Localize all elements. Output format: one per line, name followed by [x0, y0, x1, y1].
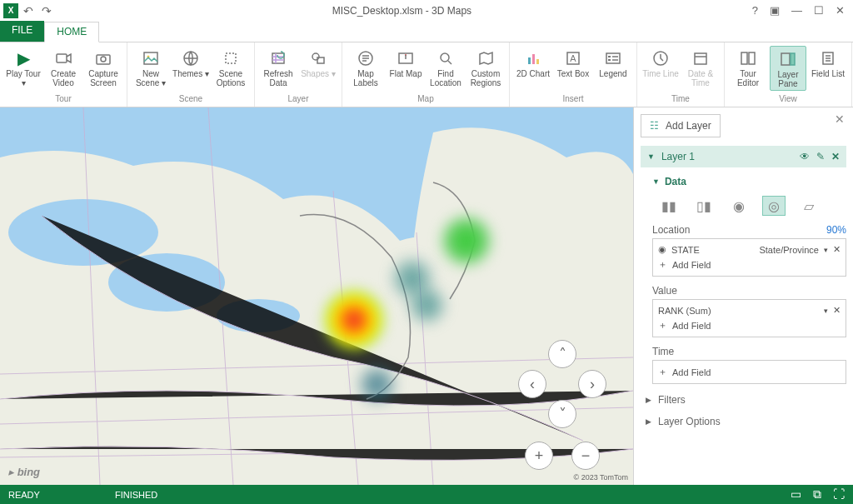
textbox-icon: A [564, 49, 582, 67]
svg-rect-19 [606, 53, 620, 63]
heatmap-spot [408, 287, 446, 324]
map-viewport[interactable]: ˄ ‹ › ˅ + − ▸ bing © 2023 TomTom [0, 107, 633, 485]
ribbon: ▶Play Tour ▾ Create Video Capture Screen… [0, 42, 853, 107]
maximize-button[interactable]: ☐ [814, 4, 824, 17]
add-layer-button[interactable]: ☷ Add Layer [641, 114, 721, 137]
map-copyright: © 2023 TomTom [574, 473, 629, 482]
flat-map-button[interactable]: Flat Map [387, 46, 424, 80]
close-button[interactable]: ✕ [836, 4, 845, 17]
zoom-out-button[interactable]: − [571, 442, 600, 470]
heatmap-spot [358, 366, 396, 403]
undo-button[interactable]: ↶ [23, 4, 33, 17]
redo-button[interactable]: ↷ [42, 4, 52, 17]
date-time-button: Date & Time [682, 46, 719, 89]
layers-icon: ☷ [650, 120, 659, 132]
value-field-row[interactable]: RANK (Sum) ▾ ✕ [658, 303, 841, 317]
view-fullscreen-icon[interactable]: ⛶ [833, 487, 845, 502]
2d-chart-button[interactable]: 2D Chart [515, 46, 551, 80]
legend-button[interactable]: Legend [595, 46, 631, 80]
capture-screen-button[interactable]: Capture Screen [85, 46, 122, 89]
viz-stacked-column[interactable]: ▮▮ [657, 196, 681, 216]
view-normal-icon[interactable]: ▭ [791, 487, 801, 502]
svg-rect-20 [608, 56, 611, 57]
viz-heatmap[interactable]: ◎ [762, 196, 786, 216]
svg-text:A: A [570, 53, 576, 63]
rename-icon[interactable]: ✎ [816, 151, 825, 162]
layer-header[interactable]: ▼ Layer 1 👁 ✎ ✕ [641, 146, 846, 167]
layer-name: Layer 1 [661, 151, 695, 162]
add-time-field[interactable]: ＋Add Field [658, 364, 841, 380]
filters-section[interactable]: ▶Filters [641, 394, 846, 406]
minimize-button[interactable]: — [791, 4, 802, 17]
pane-close-button[interactable]: ✕ [835, 112, 845, 126]
svg-rect-15 [532, 54, 535, 64]
title-bar: X ↶ ↷ MISC_Desktop.xlsm - 3D Maps ? ▣ — … [0, 0, 853, 21]
scene-options-button[interactable]: Scene Options [212, 46, 249, 89]
rotate-right-button[interactable]: › [578, 370, 606, 398]
video-icon [54, 49, 72, 67]
play-tour-button[interactable]: ▶Play Tour ▾ [5, 46, 42, 89]
themes-button[interactable]: Themes ▾ [172, 46, 209, 80]
collapse-icon: ▼ [647, 152, 655, 161]
add-value-field[interactable]: ＋Add Field [658, 317, 841, 333]
add-location-field[interactable]: ＋Add Field [658, 257, 841, 272]
data-section-header[interactable]: ▼Data [652, 176, 846, 187]
help-button[interactable]: ? [752, 4, 758, 17]
custom-regions-button[interactable]: Custom Regions [467, 46, 504, 89]
group-map: Map Labels Flat Map Find Location Custom… [342, 42, 510, 107]
radio-icon: ◉ [658, 244, 666, 255]
zoom-in-button[interactable]: + [525, 442, 553, 470]
group-layer: Refresh Data Shapes ▾ Layer [255, 42, 342, 107]
viz-bubble[interactable]: ◉ [727, 196, 751, 216]
svg-point-13 [441, 53, 449, 62]
group-time: Time Line Date & Time Time [637, 42, 725, 107]
tilt-up-button[interactable]: ˄ [548, 340, 576, 368]
view-pagebreak-icon[interactable]: ⧉ [813, 487, 821, 502]
options-icon [222, 49, 240, 67]
text-box-button[interactable]: AText Box [555, 46, 591, 80]
group-view: Tour Editor Layer Pane Field List View [725, 42, 852, 107]
viz-region[interactable]: ▱ [797, 196, 821, 216]
remove-field-icon[interactable]: ✕ [833, 244, 841, 255]
viz-clustered-column[interactable]: ▯▮ [692, 196, 716, 216]
svg-rect-23 [695, 53, 706, 64]
layer-options-section[interactable]: ▶Layer Options [641, 416, 846, 427]
visibility-icon[interactable]: 👁 [800, 151, 810, 162]
layer-pane: ✕ ☷ Add Layer ▼ Layer 1 👁 ✎ ✕ ▼Data ▮▮ ▯… [633, 107, 853, 485]
tour-editor-button[interactable]: Tour Editor [730, 46, 766, 89]
restore-button[interactable]: ▣ [770, 4, 780, 17]
tab-home[interactable]: HOME [44, 22, 99, 42]
bing-attribution: ▸ bing [8, 466, 40, 478]
group-insert: 2D Chart AText Box Legend Insert [510, 42, 637, 107]
field-list-button[interactable]: Field List [810, 46, 846, 80]
time-line-button: Time Line [642, 46, 679, 80]
find-location-button[interactable]: Find Location [427, 46, 464, 89]
location-confidence[interactable]: 90% [826, 224, 846, 236]
svg-rect-25 [749, 52, 755, 64]
remove-field-icon[interactable]: ✕ [833, 305, 841, 316]
tab-file[interactable]: FILE [0, 21, 44, 42]
legend-icon [604, 49, 622, 67]
refresh-data-button[interactable]: Refresh Data [260, 46, 297, 89]
svg-rect-6 [226, 53, 236, 63]
chart-icon [524, 49, 542, 67]
tilt-down-button[interactable]: ˅ [548, 400, 576, 428]
group-tour: ▶Play Tour ▾ Create Video Capture Screen… [0, 42, 127, 107]
delete-layer-icon[interactable]: ✕ [831, 151, 840, 162]
location-field-row[interactable]: ◉ STATE State/Province ▾ ✕ [658, 242, 841, 257]
excel-icon: X [3, 3, 18, 18]
value-field-group: Value RANK (Sum) ▾ ✕ ＋Add Field [652, 285, 846, 337]
heatmap-hotspot [325, 291, 383, 349]
svg-rect-3 [144, 52, 157, 64]
new-scene-button[interactable]: New Scene ▾ [132, 46, 169, 89]
layer-pane-button[interactable]: Layer Pane [770, 46, 806, 91]
svg-point-8 [312, 53, 319, 60]
rotate-left-button[interactable]: ‹ [518, 370, 546, 398]
map-labels-button[interactable]: Map Labels [347, 46, 384, 89]
refresh-icon [269, 49, 287, 67]
window-title: MISC_Desktop.xlsm - 3D Maps [52, 5, 752, 17]
svg-rect-16 [536, 59, 539, 64]
labels-icon [357, 49, 375, 67]
create-video-button[interactable]: Create Video [45, 46, 82, 89]
regions-icon [476, 49, 495, 67]
